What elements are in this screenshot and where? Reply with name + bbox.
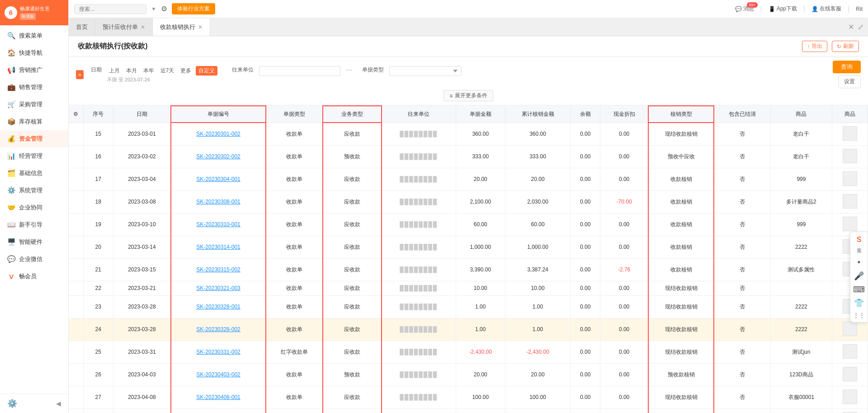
export-button[interactable]: ↑ 导出: [802, 41, 827, 52]
sidebar: 6 畅康通好生意 标准版 🔍 搜索菜单 🏠 快捷导航 📢 营销推广 💼 销售管理…: [0, 0, 69, 413]
cell-partner: ████████: [382, 318, 456, 341]
partner-input[interactable]: [259, 66, 340, 76]
doc-no-link[interactable]: SK-20230302-002: [196, 153, 240, 160]
sidebar-item-enterprise[interactable]: 🤝 企业协同: [0, 199, 68, 216]
sidebar-item-system[interactable]: ⚙️ 系统管理: [0, 182, 68, 199]
table-row: 252023-03-31SK-20230331-002红字收款单应收款█████…: [69, 341, 868, 363]
cell-discount: 0.00: [600, 236, 648, 258]
product-thumbnail: [843, 344, 857, 359]
cell-verified: 1.00: [505, 318, 571, 341]
sidebar-item-member[interactable]: V 畅会员: [0, 268, 68, 285]
cell-product-img: [832, 145, 868, 168]
cell-product: 123D商品: [771, 363, 832, 386]
topbar-online-service[interactable]: 👤 在线客服: [811, 5, 841, 13]
cell-partner: ████████: [382, 213, 456, 236]
cell-doc-type: 红字收款单: [266, 341, 323, 363]
cell-include-settled: 否: [714, 258, 770, 281]
date-opt-custom[interactable]: 自定义: [196, 66, 217, 76]
doc-no-link[interactable]: SK-20230310-001: [196, 221, 240, 228]
cell-doc-no: SK-20230302-002: [171, 145, 266, 168]
industry-solution-button[interactable]: 体验行业方案: [172, 3, 215, 14]
float-lang-icon[interactable]: 英: [853, 247, 865, 254]
filter-row1: » 日期 上月 本月 本年 近7天 更多 自定义 不限 至 2023-07-26: [76, 61, 861, 88]
doc-no-link[interactable]: SK-20230314-001: [196, 244, 240, 250]
sidebar-item-guide[interactable]: 📖 新手引导: [0, 216, 68, 233]
dropdown-arrow-icon[interactable]: ▼: [151, 6, 156, 12]
float-grid-icon[interactable]: ⋮⋮: [853, 312, 865, 318]
tab-home[interactable]: 首页: [69, 18, 95, 36]
refresh-button[interactable]: ↻ 刷新: [832, 41, 859, 52]
doc-no-link[interactable]: SK-20230408-001: [196, 394, 240, 400]
cell-balance: 0.00: [571, 236, 600, 258]
expand-conditions-button[interactable]: ≡ 展开更多条件: [443, 90, 493, 101]
sidebar-settings-icon[interactable]: ⚙️: [7, 399, 17, 408]
date-opt-this-month[interactable]: 本月: [124, 66, 139, 76]
cell-partner: ████████: [382, 190, 456, 213]
doc-no-link[interactable]: SK-20230304-001: [196, 176, 240, 182]
topbar-message-btn[interactable]: 💬 消息 99+: [735, 5, 754, 13]
sidebar-item-basic[interactable]: 🗂️ 基础信息: [0, 165, 68, 182]
tab-collection[interactable]: 收款核销执行 ✕: [153, 18, 210, 36]
doc-no-link[interactable]: SK-20230321-003: [196, 285, 240, 291]
float-s-icon[interactable]: S: [853, 236, 865, 244]
sidebar-item-operation[interactable]: 📊 经营管理: [0, 147, 68, 165]
date-opt-7days[interactable]: 近7天: [159, 66, 176, 76]
receipt-type-select[interactable]: [389, 66, 462, 76]
sidebar-item-inventory[interactable]: 📦 库存核算: [0, 113, 68, 130]
tab-pending-close[interactable]: ✕: [141, 24, 145, 30]
topbar-username[interactable]: Rit: [856, 6, 863, 12]
cell-doc-type: 收款单: [266, 145, 323, 168]
doc-no-link[interactable]: SK-20230308-001: [196, 199, 240, 205]
sidebar-item-sales[interactable]: 💼 销售管理: [0, 79, 68, 96]
sidebar-collapse-icon[interactable]: ◀: [56, 400, 61, 407]
cell-amount: 3,390.00: [456, 258, 505, 281]
date-opt-more[interactable]: 更多: [179, 66, 193, 76]
cell-no: 18: [83, 190, 113, 213]
col-header-gear[interactable]: ⚙: [69, 106, 83, 123]
settings-button[interactable]: 设置: [838, 75, 861, 88]
page-title: 收款核销执行(按收款): [78, 42, 148, 51]
cell-gear: [69, 258, 83, 281]
sidebar-item-purchase[interactable]: 🛒 采购管理: [0, 96, 68, 113]
filter-toggle-button[interactable]: »: [76, 70, 84, 79]
cell-verify-type: 预收中应收: [648, 145, 714, 168]
doc-no-link[interactable]: SK-20230328-001: [196, 304, 240, 310]
cell-verified: 2,030.00: [505, 190, 571, 213]
tab-expand-icon[interactable]: ⤢: [858, 23, 863, 31]
doc-no-link[interactable]: SK-20230301-002: [196, 131, 240, 137]
topbar-search-input[interactable]: [74, 4, 146, 14]
topbar-gear-icon[interactable]: ⚙: [161, 5, 167, 13]
page-content: 收款核销执行(按收款) ↑ 导出 ↻ 刷新 » 日期: [69, 36, 868, 413]
cell-product: 2222: [771, 408, 832, 413]
cell-gear: [69, 281, 83, 295]
cell-balance: 0.00: [571, 295, 600, 318]
cell-product: 测试多属性: [771, 258, 832, 281]
tab-pending[interactable]: 预计应收付单 ✕: [95, 18, 153, 36]
cell-balance: 0.00: [571, 123, 600, 145]
sidebar-item-search[interactable]: 🔍 搜索菜单: [0, 27, 68, 44]
sidebar-item-wechat[interactable]: 💬 企业微信: [0, 251, 68, 268]
doc-no-link[interactable]: SK-20230403-002: [196, 371, 240, 378]
cell-gear: [69, 386, 83, 408]
tab-close-icon[interactable]: ✕: [848, 23, 854, 31]
sidebar-item-smart-hw[interactable]: 🖥️ 智能硬件: [0, 233, 68, 251]
float-mic-icon[interactable]: 🎤: [853, 271, 865, 281]
query-button[interactable]: 查询: [833, 61, 861, 73]
float-keyboard-icon[interactable]: ⌨: [853, 285, 865, 294]
date-opt-last-month[interactable]: 上月: [107, 66, 122, 76]
sidebar-item-finance[interactable]: 💰 资金管理: [0, 130, 68, 147]
cell-gear: [69, 408, 83, 413]
doc-no-link[interactable]: SK-20230315-002: [196, 266, 240, 273]
date-opt-this-year[interactable]: 本年: [142, 66, 156, 76]
tab-collection-close[interactable]: ✕: [198, 24, 203, 30]
doc-no-link[interactable]: SK-20230331-002: [196, 349, 240, 355]
doc-no-link[interactable]: SK-20230328-002: [196, 326, 240, 332]
sidebar-item-marketing[interactable]: 📢 营销推广: [0, 62, 68, 79]
float-tshirt-icon[interactable]: 👕: [853, 298, 865, 308]
float-dot-icon[interactable]: •: [853, 258, 865, 267]
cell-balance: 0.00: [571, 341, 600, 363]
sidebar-item-quick-nav[interactable]: 🏠 快捷导航: [0, 44, 68, 62]
topbar-app-download[interactable]: 📱 App下载: [769, 5, 797, 13]
cell-discount: 0.00: [600, 363, 648, 386]
filter-dots[interactable]: ···: [346, 66, 352, 74]
